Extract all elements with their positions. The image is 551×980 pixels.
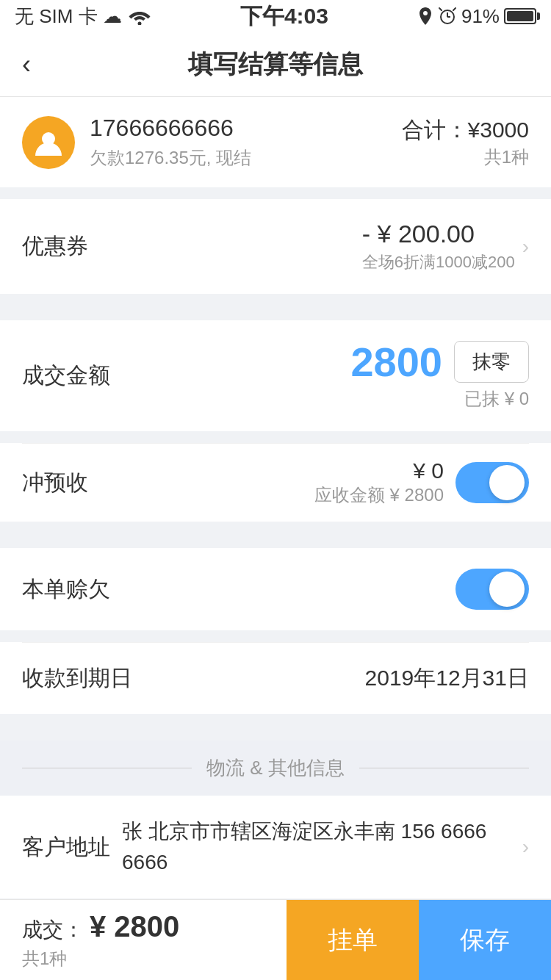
deal-amount-section: 成交金额 2800 抹零 已抹 ¥ 0 [0,320,551,431]
debt-toggle-knob [489,572,525,607]
content-area: 17666666666 欠款1276.35元, 现结 合计：¥3000 共1种 … [0,97,551,980]
gray-gap-3 [0,726,551,741]
debt-label: 本单赊欠 [22,574,110,605]
divider-line-left [22,768,192,768]
status-right: 91% [417,5,536,28]
prepay-toggle[interactable] [455,462,529,503]
save-button[interactable]: 保存 [419,900,551,981]
total-amount: 合计：¥3000 [402,115,529,145]
coupon-right: - ¥ 200.00 全场6折满1000减200 › [362,220,529,273]
due-date-section: 收款到期日 2019年12月31日 [0,642,551,714]
customer-phone: 17666666666 [90,115,251,142]
debt-toggle[interactable] [455,569,529,610]
customer-right: 合计：¥3000 共1种 [402,115,529,169]
debt-row: 本单赊欠 [0,548,551,630]
alarm-icon [438,7,457,26]
bottom-bar: 成交： ¥ 2800 共1种 挂单 保存 [0,899,551,980]
coupon-label: 优惠券 [22,231,88,262]
coupon-detail: 全场6折满1000减200 [362,251,515,273]
customer-info: 17666666666 欠款1276.35元, 现结 [90,115,251,170]
gray-gap-1 [0,306,551,320]
address-value: 张 北京市市辖区海淀区永丰南 156 6666 6666 [110,816,522,878]
location-icon [417,6,433,26]
prepay-row: 冲预收 ¥ 0 应收金额 ¥ 2800 [0,444,551,522]
battery-icon [504,8,536,24]
customer-debt: 欠款1276.35元, 现结 [90,146,251,170]
avatar [22,116,75,169]
prepay-section: 冲预收 ¥ 0 应收金额 ¥ 2800 [0,443,551,522]
deal-amount-sub: 已抹 ¥ 0 [464,387,529,411]
address-row[interactable]: 客户地址 张 北京市市辖区海淀区永丰南 156 6666 6666 › [0,796,551,898]
coupon-section: 优惠券 - ¥ 200.00 全场6折满1000减200 › [0,199,551,294]
bottom-deal-amount: ¥ 2800 [90,910,179,943]
svg-point-0 [137,22,141,26]
section-divider: 物流 & 其他信息 [0,741,551,796]
round-button[interactable]: 抹零 [454,341,529,383]
bottom-deal-label: 成交： [22,916,84,944]
chevron-right-icon: › [522,235,529,259]
total-count: 共1种 [402,145,529,169]
customer-section: 17666666666 欠款1276.35元, 现结 合计：¥3000 共1种 [0,97,551,187]
battery-percent: 91% [461,5,500,28]
coupon-info: - ¥ 200.00 全场6折满1000减200 [362,220,515,273]
divider-line-right [359,768,529,768]
bottom-deal: 成交： ¥ 2800 [22,910,264,944]
address-section: 客户地址 张 北京市市辖区海淀区永丰南 156 6666 6666 › [0,796,551,898]
deal-amount-right: 2800 抹零 已抹 ¥ 0 [350,341,529,411]
due-date-label: 收款到期日 [22,663,132,693]
debt-section: 本单赊欠 [0,548,551,630]
customer-left: 17666666666 欠款1276.35元, 现结 [22,115,251,170]
bottom-count: 共1种 [22,947,264,970]
section-divider-text: 物流 & 其他信息 [192,755,359,781]
prepay-right: ¥ 0 应收金额 ¥ 2800 [314,458,529,507]
deal-amount-value-row: 2800 抹零 [350,341,529,383]
status-left: 无 SIM 卡 ☁ [15,4,151,29]
due-date-row: 收款到期日 2019年12月31日 [0,643,551,714]
hold-button[interactable]: 挂单 [287,900,419,981]
prepay-amount: ¥ 0 [314,458,444,483]
status-bar: 无 SIM 卡 ☁ 下午4:03 91% [0,0,551,32]
address-chevron-icon: › [522,835,529,859]
back-button[interactable]: ‹ [22,49,66,80]
sim-label: 无 SIM 卡 ☁ [15,4,122,29]
bottom-info: 成交： ¥ 2800 共1种 [0,910,287,970]
coupon-discount: - ¥ 200.00 [362,220,515,248]
prepay-sub: 应收金额 ¥ 2800 [314,483,444,507]
nav-bar: ‹ 填写结算等信息 [0,32,551,97]
deal-amount-row: 成交金额 2800 抹零 已抹 ¥ 0 [0,320,551,431]
prepay-label: 冲预收 [22,468,88,498]
status-time: 下午4:03 [240,1,328,32]
coupon-row[interactable]: 优惠券 - ¥ 200.00 全场6折满1000减200 › [0,199,551,294]
wifi-icon [128,7,151,25]
deal-amount-number: 2800 [350,342,442,383]
page-title: 填写结算等信息 [188,48,363,82]
prepay-amount-group: ¥ 0 应收金额 ¥ 2800 [314,458,444,507]
address-label: 客户地址 [22,832,110,862]
due-date-value: 2019年12月31日 [365,663,529,693]
customer-row: 17666666666 欠款1276.35元, 现结 合计：¥3000 共1种 [0,97,551,187]
toggle-knob [489,465,525,500]
deal-amount-label: 成交金额 [22,361,110,391]
gray-gap-2 [0,533,551,548]
